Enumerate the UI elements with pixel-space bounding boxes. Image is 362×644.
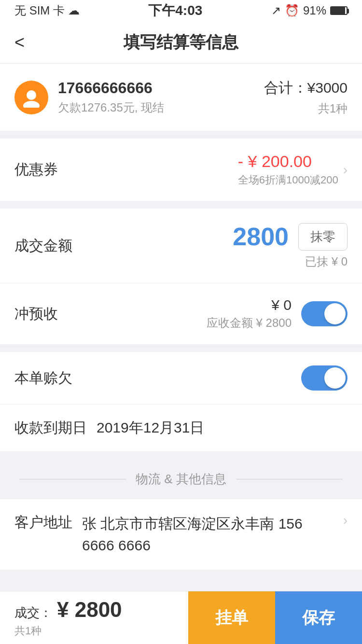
deal-label: 成交金额 bbox=[14, 236, 72, 256]
bottom-deal-amount: ¥ 2800 bbox=[57, 598, 122, 622]
chevron-right-icon: › bbox=[343, 162, 348, 178]
due-date-row: 收款到期日 2019年12月31日 bbox=[0, 405, 362, 451]
due-date-label: 收款到期日 bbox=[14, 418, 87, 438]
avatar-icon bbox=[21, 87, 42, 108]
sim-status: 无 SIM 卡 ☁ bbox=[14, 3, 80, 18]
prepay-toggle[interactable] bbox=[301, 301, 348, 326]
coupon-right: - ¥ 200.00 全场6折满1000减200 › bbox=[238, 152, 348, 187]
user-sub: 欠款1276.35元, 现结 bbox=[58, 100, 164, 115]
user-left: 17666666666 欠款1276.35元, 现结 bbox=[14, 79, 164, 115]
user-total: 合计：¥3000 bbox=[264, 78, 348, 98]
debt-label: 本单赊欠 bbox=[14, 368, 72, 388]
deal-amount-wrapper: 2800 抹零 bbox=[233, 222, 348, 251]
coupon-sub: 全场6折满1000减200 bbox=[238, 173, 338, 187]
bottom-deal: 成交： ¥ 2800 bbox=[14, 598, 174, 622]
address-label: 客户地址 bbox=[14, 513, 72, 532]
location-icon: ↗ bbox=[271, 4, 281, 17]
status-left: 无 SIM 卡 ☁ bbox=[14, 3, 80, 18]
total-value: ¥3000 bbox=[307, 80, 348, 96]
status-time: 下午4:03 bbox=[148, 1, 202, 20]
status-right: ↗ ⏰ 91% bbox=[271, 4, 348, 17]
debt-section: 本单赊欠 收款到期日 2019年12月31日 bbox=[0, 352, 362, 451]
nav-bar: < 填写结算等信息 bbox=[0, 21, 362, 64]
toggle-knob bbox=[324, 303, 346, 324]
debt-toggle-knob bbox=[324, 367, 346, 389]
deal-amount-row: 成交金额 2800 抹零 已抹 ¥ 0 bbox=[0, 209, 362, 283]
prepay-right: ¥ 0 应收金额 ¥ 2800 bbox=[207, 297, 348, 331]
address-value: 张 北京市市辖区海淀区永丰南 156 6666 6666 bbox=[82, 513, 334, 556]
battery-icon bbox=[330, 6, 348, 15]
debt-toggle[interactable] bbox=[301, 365, 348, 391]
prepay-row: 冲预收 ¥ 0 应收金额 ¥ 2800 bbox=[0, 283, 362, 344]
page-title: 填写结算等信息 bbox=[124, 31, 238, 54]
hold-button[interactable]: 挂单 bbox=[188, 591, 275, 644]
divider-text: 物流 & 其他信息 bbox=[136, 471, 226, 488]
back-button[interactable]: < bbox=[14, 32, 25, 53]
user-info: 17666666666 欠款1276.35元, 现结 bbox=[58, 79, 164, 115]
prepay-label: 冲预收 bbox=[14, 304, 58, 324]
coupon-section: 优惠券 - ¥ 200.00 全场6折满1000减200 › bbox=[0, 139, 362, 201]
deal-amount: 2800 bbox=[233, 222, 289, 251]
deal-right: 2800 抹零 已抹 ¥ 0 bbox=[233, 222, 348, 269]
coupon-discount: - ¥ 200.00 bbox=[238, 152, 338, 171]
coupon-value-block: - ¥ 200.00 全场6折满1000减200 bbox=[238, 152, 338, 187]
user-card: 17666666666 欠款1276.35元, 现结 合计：¥3000 共1种 bbox=[0, 64, 362, 131]
alarm-icon: ⏰ bbox=[285, 4, 299, 17]
total-label: 合计： bbox=[264, 80, 307, 96]
user-right: 合计：¥3000 共1种 bbox=[264, 78, 348, 116]
logistics-divider: 物流 & 其他信息 bbox=[0, 459, 362, 499]
address-section: 客户地址 张 北京市市辖区海淀区永丰南 156 6666 6666 › bbox=[0, 499, 362, 570]
avatar bbox=[14, 81, 48, 114]
bottom-bar: 成交： ¥ 2800 共1种 挂单 保存 bbox=[0, 591, 362, 644]
prepay-sub: 应收金额 ¥ 2800 bbox=[207, 315, 292, 331]
prepay-value: ¥ 0 bbox=[207, 297, 292, 313]
divider-line-right bbox=[236, 479, 343, 479]
address-row[interactable]: 客户地址 张 北京市市辖区海淀区永丰南 156 6666 6666 › bbox=[0, 499, 362, 570]
coupon-row[interactable]: 优惠券 - ¥ 200.00 全场6折满1000减200 › bbox=[0, 139, 362, 201]
user-count: 共1种 bbox=[264, 101, 348, 116]
user-phone: 17666666666 bbox=[58, 79, 164, 97]
due-date-value: 2019年12月31日 bbox=[97, 418, 204, 438]
coupon-label: 优惠券 bbox=[14, 160, 58, 180]
bottom-count: 共1种 bbox=[14, 624, 174, 638]
deal-sub: 已抹 ¥ 0 bbox=[233, 254, 348, 269]
battery-level: 91% bbox=[303, 4, 326, 17]
deal-section: 成交金额 2800 抹零 已抹 ¥ 0 冲预收 ¥ 0 应收金额 ¥ 2800 bbox=[0, 209, 362, 344]
divider-line-left bbox=[19, 479, 126, 479]
svg-point-1 bbox=[23, 101, 40, 108]
address-chevron-icon: › bbox=[343, 513, 348, 528]
status-bar: 无 SIM 卡 ☁ 下午4:03 ↗ ⏰ 91% bbox=[0, 0, 362, 21]
svg-point-0 bbox=[27, 90, 36, 100]
round-zero-button[interactable]: 抹零 bbox=[298, 223, 348, 251]
content: 17666666666 欠款1276.35元, 现结 合计：¥3000 共1种 … bbox=[0, 64, 362, 635]
bottom-info: 成交： ¥ 2800 共1种 bbox=[0, 591, 188, 644]
save-button[interactable]: 保存 bbox=[275, 591, 362, 644]
prepay-value-block: ¥ 0 应收金额 ¥ 2800 bbox=[207, 297, 292, 331]
debt-row: 本单赊欠 bbox=[0, 352, 362, 405]
bottom-deal-label: 成交： bbox=[14, 604, 52, 621]
